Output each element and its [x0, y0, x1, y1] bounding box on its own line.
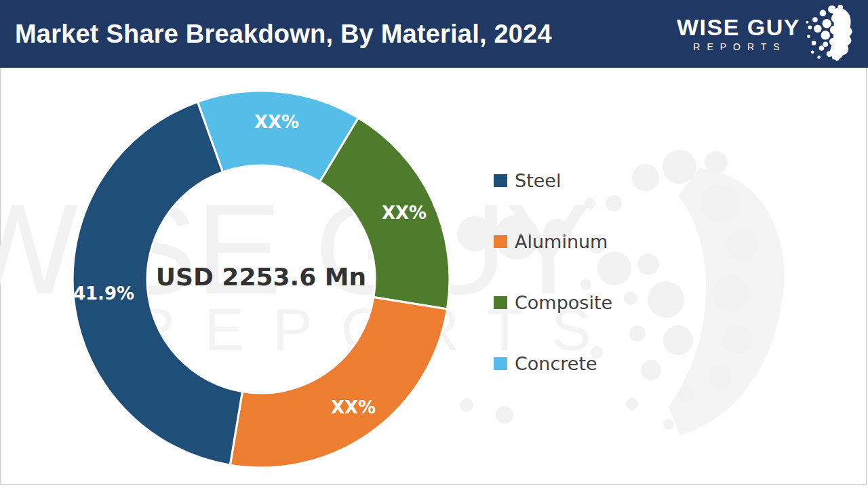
donut-segment-aluminum: [230, 298, 447, 468]
donut-chart: XX%XX%XX%41.9%: [0, 0, 868, 488]
legend-swatch-composite: [494, 296, 507, 309]
legend-item-concrete: Concrete: [494, 354, 612, 373]
legend-label-steel: Steel: [515, 171, 561, 190]
header-bar: Market Share Breakdown, By Material, 202…: [0, 0, 868, 68]
brand-logo: WISE GUY REPORTS: [677, 4, 856, 64]
legend-label-aluminum: Aluminum: [515, 232, 608, 251]
legend: SteelAluminumCompositeConcrete: [494, 171, 612, 415]
donut-center-value: USD 2253.6 Mn: [125, 263, 397, 291]
segment-label-concrete: XX%: [254, 112, 299, 132]
logo-subtext: REPORTS: [690, 41, 786, 52]
infographic-page: WISE GUY REPORTS XX%XX%XX%41.9% USD 2253…: [0, 0, 868, 488]
segment-label-aluminum: XX%: [331, 397, 376, 418]
legend-swatch-concrete: [494, 357, 507, 370]
legend-label-composite: Composite: [515, 293, 612, 312]
legend-item-composite: Composite: [494, 293, 612, 312]
page-title: Market Share Breakdown, By Material, 202…: [15, 20, 552, 49]
legend-swatch-aluminum: [494, 235, 507, 248]
logo-face-icon: [803, 4, 856, 64]
legend-item-steel: Steel: [494, 171, 612, 190]
logo-wordmark: WISE GUY: [677, 16, 800, 40]
legend-item-aluminum: Aluminum: [494, 232, 612, 251]
legend-swatch-steel: [494, 174, 507, 187]
legend-label-concrete: Concrete: [515, 354, 597, 373]
segment-label-composite: XX%: [382, 203, 427, 223]
